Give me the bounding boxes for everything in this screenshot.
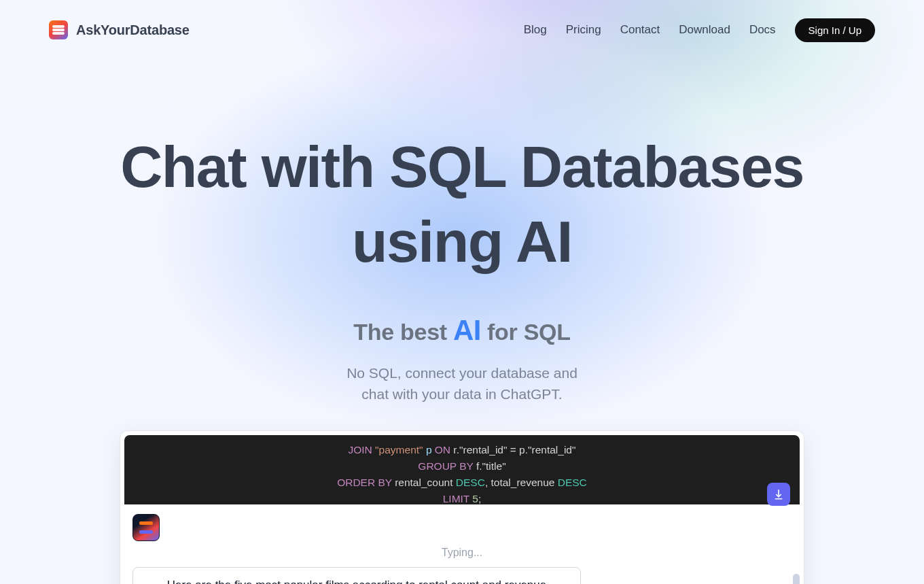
download-sql-button[interactable]: [767, 483, 790, 506]
nav-blog[interactable]: Blog: [524, 23, 547, 37]
brand[interactable]: AskYourDatabase: [49, 20, 190, 39]
scrollbar-thumb[interactable]: [793, 574, 800, 584]
code-line-4: LIMIT 5;: [137, 491, 787, 504]
brand-name: AskYourDatabase: [76, 22, 190, 38]
subhead-ai: AI: [453, 314, 481, 346]
sql-code-block: JOIN "payment" p ON r."rental_id" = p."r…: [124, 435, 800, 504]
site-header: AskYourDatabase Blog Pricing Contact Dow…: [0, 0, 924, 48]
code-line-1: JOIN "payment" p ON r."rental_id" = p."r…: [137, 442, 787, 458]
code-line-2: GROUP BY f."title": [137, 458, 787, 475]
signin-button[interactable]: Sign In / Up: [795, 18, 875, 42]
hero: Chat with SQL Databases using AI The bes…: [0, 48, 924, 584]
hero-subhead: The best AI for SQL: [0, 314, 924, 347]
lead-line-1: No SQL, connect your database and: [0, 363, 924, 383]
subhead-after: for SQL: [481, 319, 571, 345]
download-icon: [772, 488, 785, 500]
assistant-message-text: Here are the five most popular films acc…: [144, 577, 569, 584]
showcase-card: JOIN "payment" p ON r."rental_id" = p."r…: [120, 430, 804, 584]
assistant-avatar-icon: [132, 514, 160, 541]
code-line-3: ORDER BY rental_count DESC, total_revenu…: [137, 475, 787, 491]
nav-docs[interactable]: Docs: [749, 23, 776, 37]
nav-contact[interactable]: Contact: [620, 23, 660, 37]
subhead-before: The best: [353, 319, 453, 345]
hero-title: Chat with SQL Databases using AI: [102, 129, 822, 279]
lead-line-2: chat with your data in ChatGPT.: [0, 384, 924, 405]
hero-lead: No SQL, connect your database and chat w…: [0, 363, 924, 405]
main-nav: Blog Pricing Contact Download Docs Sign …: [524, 18, 875, 42]
chat-area: Typing... Here are the five most popular…: [124, 504, 800, 584]
assistant-message: Here are the five most popular films acc…: [132, 567, 581, 584]
nav-download[interactable]: Download: [679, 23, 730, 37]
typing-indicator: Typing...: [132, 547, 792, 559]
logo-icon: [49, 20, 68, 39]
nav-pricing[interactable]: Pricing: [566, 23, 601, 37]
